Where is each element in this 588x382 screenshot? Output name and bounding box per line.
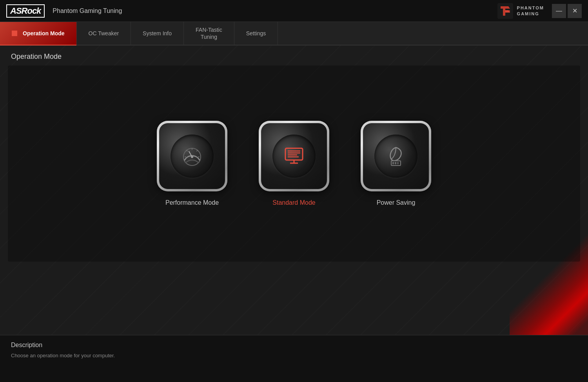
standard-mode-card[interactable]: Standard Mode xyxy=(259,121,329,206)
standard-mode-label: Standard Mode xyxy=(272,199,315,206)
section-header: Operation Mode xyxy=(0,45,588,65)
modes-area: Performance Mode xyxy=(8,65,580,262)
svg-line-6 xyxy=(197,150,198,151)
nav-bar: Operation Mode OC Tweaker System Info FA… xyxy=(0,22,588,45)
tab-operation-mode[interactable]: Operation Mode xyxy=(0,22,77,45)
tab-fan-tastic-label: FAN-TasticTuning xyxy=(196,26,222,40)
monitor-icon xyxy=(282,144,306,168)
tab-system-info-label: System Info xyxy=(143,30,172,36)
tab-fan-tastic[interactable]: FAN-TasticTuning xyxy=(184,22,234,45)
phantom-gaming-icon xyxy=(497,3,513,19)
power-saving-card[interactable]: Power Saving xyxy=(361,121,431,206)
standard-mode-icon-inner xyxy=(272,135,316,178)
tab-oc-tweaker[interactable]: OC Tweaker xyxy=(77,22,131,45)
performance-mode-card[interactable]: Performance Mode xyxy=(157,121,227,206)
svg-rect-18 xyxy=(392,162,394,164)
tab-settings[interactable]: Settings xyxy=(234,22,278,45)
close-button[interactable]: ✕ xyxy=(568,4,582,18)
description-text: Choose an operation mode for your comput… xyxy=(11,353,577,358)
description-area: Description Choose an operation mode for… xyxy=(0,335,588,382)
standard-mode-icon-container xyxy=(259,121,329,191)
tab-oc-tweaker-label: OC Tweaker xyxy=(89,30,119,36)
performance-mode-label: Performance Mode xyxy=(165,199,219,206)
tab-system-info[interactable]: System Info xyxy=(131,22,184,45)
title-bar: ASRock Phantom Gaming Tuning PHANTOM GAM… xyxy=(0,0,588,22)
svg-rect-17 xyxy=(395,160,397,161)
power-saving-label: Power Saving xyxy=(377,199,416,206)
asrock-logo: ASRock xyxy=(6,4,45,18)
performance-mode-icon-inner xyxy=(171,135,214,178)
active-tab-icon xyxy=(12,31,17,36)
performance-mode-icon-container xyxy=(157,121,227,191)
tab-operation-mode-label: Operation Mode xyxy=(23,30,65,36)
svg-line-5 xyxy=(187,150,188,151)
minimize-button[interactable]: — xyxy=(552,4,566,18)
power-saving-icon-inner xyxy=(374,135,417,178)
svg-rect-19 xyxy=(395,162,396,164)
svg-rect-20 xyxy=(397,162,399,164)
svg-rect-9 xyxy=(285,148,303,160)
app-title: Phantom Gaming Tuning xyxy=(53,7,497,15)
leaf-battery-icon xyxy=(384,144,408,168)
window-controls: — ✕ xyxy=(552,4,582,18)
description-title: Description xyxy=(11,342,577,349)
tab-settings-label: Settings xyxy=(246,30,266,36)
phantom-gaming-text: PHANTOM GAMING xyxy=(517,5,544,16)
phantom-gaming-logo: PHANTOM GAMING xyxy=(497,3,544,19)
speedometer-icon xyxy=(180,144,204,168)
power-saving-icon-container xyxy=(361,121,431,191)
main-content: Operation Mode xyxy=(0,45,588,382)
svg-point-8 xyxy=(191,156,193,158)
